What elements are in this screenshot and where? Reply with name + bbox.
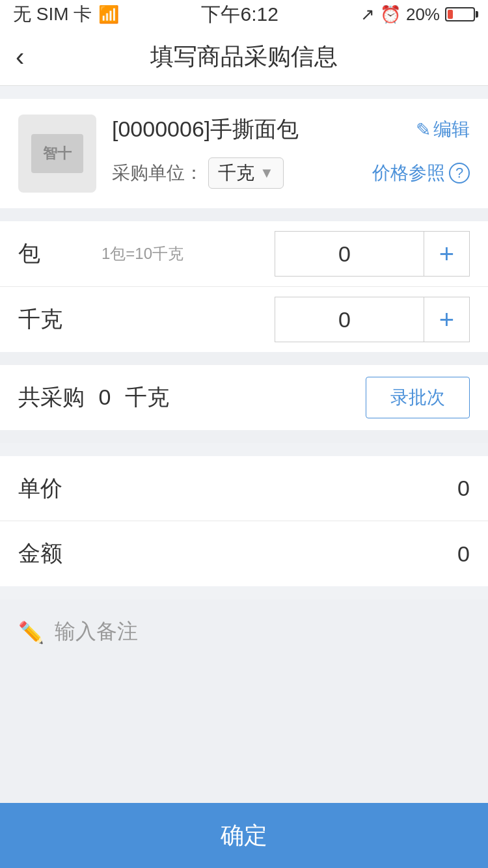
amount-label: 金额 (18, 539, 62, 569)
unit-price-value: 0 (457, 476, 470, 501)
notes-section[interactable]: ✏️ 输入备注 (0, 599, 488, 729)
product-card: 智十 [0000006]手撕面包 ✎ 编辑 采购单位： 千克 ▼ 价格参照 ? (0, 99, 488, 208)
summary-prefix: 共采购 (18, 385, 85, 409)
price-reference-button[interactable]: 价格参照 ? (372, 161, 470, 185)
summary-row: 共采购 0 千克 录批次 (0, 365, 488, 430)
kg-quantity-input[interactable] (275, 297, 424, 342)
product-info: [0000006]手撕面包 ✎ 编辑 采购单位： 千克 ▼ 价格参照 ? (112, 115, 470, 189)
summary-unit: 千克 (125, 385, 169, 409)
product-name-row: [0000006]手撕面包 ✎ 编辑 (112, 115, 470, 144)
confirm-label: 确定 (221, 820, 267, 852)
kg-plus-button[interactable]: + (424, 297, 470, 342)
logo-text: 智十 (43, 144, 72, 163)
kg-input-section: 千克 + (0, 287, 488, 352)
bag-input-section: 包 1包=10千克 + (0, 221, 488, 286)
edit-label: 编辑 (433, 117, 470, 142)
price-section: 单价 0 金额 0 (0, 456, 488, 586)
bag-quantity-input[interactable] (275, 231, 424, 277)
location-icon: ↗ (360, 5, 375, 25)
kg-input-row: 千克 + (0, 287, 488, 352)
confirm-button[interactable]: 确定 (0, 803, 488, 868)
status-right: ↗ ⏰ 20% (360, 5, 475, 25)
back-button[interactable]: ‹ (16, 42, 24, 72)
unit-price-label: 单价 (18, 474, 62, 504)
dropdown-icon: ▼ (260, 165, 274, 182)
page-title: 填写商品采购信息 (150, 41, 338, 73)
section-divider-2 (0, 352, 488, 365)
bag-plus-button[interactable]: + (424, 231, 470, 277)
alarm-icon: ⏰ (380, 5, 401, 25)
product-logo: 智十 (31, 134, 83, 173)
notes-placeholder: 输入备注 (55, 617, 138, 646)
summary-text: 共采购 0 千克 (18, 383, 169, 413)
bag-input-row: 包 1包=10千克 + (0, 221, 488, 286)
unit-label: 采购单位： (112, 161, 203, 185)
price-ref-label: 价格参照 (372, 161, 445, 185)
bag-input-right: + (275, 231, 470, 277)
record-batch-button[interactable]: 录批次 (366, 377, 470, 418)
product-image: 智十 (18, 115, 96, 193)
amount-value: 0 (457, 541, 470, 567)
nav-bar: ‹ 填写商品采购信息 (0, 29, 488, 86)
help-icon: ? (449, 163, 470, 183)
section-divider-1 (0, 208, 488, 221)
no-sim-label: 无 SIM 卡 (13, 2, 92, 27)
summary-quantity: 0 (98, 385, 111, 409)
edit-button[interactable]: ✎ 编辑 (416, 117, 470, 142)
unit-selector[interactable]: 千克 ▼ (208, 157, 284, 189)
battery-icon (445, 7, 475, 21)
unit-row: 采购单位： 千克 ▼ 价格参照 ? (112, 157, 470, 189)
product-name: [0000006]手撕面包 (112, 115, 299, 144)
kg-label: 千克 (18, 305, 96, 334)
amount-row: 金额 0 (0, 521, 488, 586)
status-bar: 无 SIM 卡 📶 下午6:12 ↗ ⏰ 20% (0, 0, 488, 29)
section-divider-3 (0, 430, 488, 443)
status-time: 下午6:12 (201, 1, 278, 28)
status-left: 无 SIM 卡 📶 (13, 2, 119, 27)
unit-price-row: 单价 0 (0, 456, 488, 521)
kg-input-right: + (275, 297, 470, 342)
unit-value: 千克 (218, 161, 254, 185)
pencil-icon: ✏️ (18, 620, 44, 645)
wifi-icon: 📶 (98, 5, 119, 25)
bag-label: 包 (18, 239, 96, 269)
battery-label: 20% (406, 5, 440, 25)
edit-icon: ✎ (416, 119, 431, 141)
record-batch-label: 录批次 (390, 385, 445, 410)
bag-sublabel: 1包=10千克 (102, 243, 183, 264)
